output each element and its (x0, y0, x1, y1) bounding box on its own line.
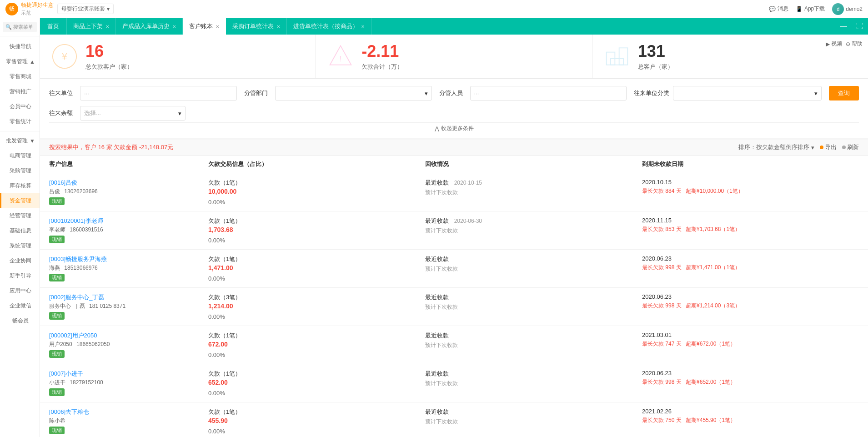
person-input[interactable]: ··· (470, 86, 627, 100)
debt-amount[interactable]: 652.00 (208, 379, 425, 386)
debt-amount[interactable]: 1,703.68 (208, 226, 425, 233)
sidebar-item-corp-wechat[interactable]: 企业微信 (0, 298, 40, 313)
sidebar-item-vip-member[interactable]: 畅会员 (0, 313, 40, 328)
sidebar-item-inventory[interactable]: 库存核算 (0, 178, 40, 193)
company-selector[interactable]: 母婴行业演示账套 ▾ (57, 4, 114, 14)
payment-info-cell: 最近收款 预计下次收款 (425, 255, 642, 273)
payment-info-cell: 最近收款 2020-10-15 预计下次收款 (425, 179, 642, 196)
tab-products-off[interactable]: 商品上下架 ✕ (67, 18, 116, 35)
sidebar-item-batch-mgmt[interactable]: 批发管理 ▼ (0, 133, 40, 148)
sidebar-label-finance: 资金管理 (10, 197, 31, 204)
sidebar-item-corp-collab[interactable]: 企业协同 (0, 253, 40, 268)
sidebar-search[interactable]: 🔍 搜索菜单 (0, 18, 40, 36)
debt-amount[interactable]: 455.90 (208, 417, 425, 424)
customer-name-link[interactable]: [0016]吕俊 (49, 179, 208, 187)
sidebar-item-purchase[interactable]: 采购管理 (0, 163, 40, 178)
tab-expand-button[interactable]: ⛶ (852, 18, 868, 35)
debt-percent: 0.00% (208, 390, 425, 397)
tab-produce-in[interactable]: 产成品入库单历史 ✕ (116, 18, 183, 35)
tab-purchase-summary[interactable]: 采购订单统计表 ✕ (226, 18, 287, 35)
overdue-link[interactable]: 超期¥455.90（1笔） (686, 417, 736, 423)
sidebar-item-retail-store[interactable]: 零售商城 (0, 69, 40, 84)
overdue-date: 2020.06.23 (642, 370, 859, 377)
tab-home[interactable]: 首页 (40, 18, 67, 35)
refresh-label: 刷新 (847, 143, 859, 151)
sidebar-item-quick-nav[interactable]: 快捷导航 (0, 39, 40, 54)
customer-name-link[interactable]: [0006]去下粮仓 (49, 408, 208, 416)
customer-name-link[interactable]: [0007]小进干 (49, 370, 208, 378)
overdue-link[interactable]: 超期¥1,471.00（1笔） (686, 264, 740, 271)
tab-customer-account-close[interactable]: ✕ (216, 24, 219, 29)
sidebar-item-basic-info[interactable]: 基础信息 (0, 223, 40, 238)
tab-stock-in-summary-label: 进货单统计表（按商品） (293, 22, 358, 30)
debt-amount[interactable]: 1,471.00 (208, 264, 425, 271)
overdue-link[interactable]: 超期¥1,214.00（3笔） (686, 302, 740, 309)
sidebar-section: 快捷导航 零售管理 ▲ 零售商城 营销推广 会员中心 零售统计 (0, 36, 40, 331)
export-button[interactable]: 导出 (820, 143, 837, 151)
stat-icon-debt-total: ! (327, 43, 354, 70)
filter-unit-class: 往来单位分类 ▾ (634, 86, 822, 100)
sidebar-item-new-guide[interactable]: 新手引导 (0, 268, 40, 283)
dept-select[interactable]: ▾ (275, 86, 432, 100)
help-button[interactable]: ⊙ 帮助 (846, 40, 863, 48)
from-unit-input[interactable]: ··· (80, 86, 237, 100)
sidebar-item-marketing[interactable]: 营销推广 (0, 84, 40, 99)
svg-text:!: ! (340, 55, 342, 63)
payment-info-cell: 最近收款 预计下次收款 (425, 370, 642, 387)
sidebar-item-ecommerce[interactable]: 电商管理 (0, 148, 40, 163)
tab-stock-in-summary-close[interactable]: ✕ (361, 24, 365, 29)
tab-collapse-button[interactable]: — (835, 18, 852, 35)
due-date-cell: 2020.11.15 最长欠款 853 天 超期¥1,703.68（1笔） (642, 217, 859, 233)
customer-name-link[interactable]: [0003]畅捷服务尹海燕 (49, 255, 208, 263)
logo-area: 畅 畅捷通好生意 示范 (5, 1, 54, 16)
refresh-button[interactable]: 刷新 (842, 143, 859, 151)
video-button[interactable]: ▶ 视频 (826, 40, 842, 48)
debt-amount[interactable]: 1,214.00 (208, 302, 425, 310)
tab-purchase-summary-close[interactable]: ✕ (276, 24, 280, 29)
results-actions: 排序：按欠款金额倒序排序 ▾ 导出 刷新 (738, 143, 859, 151)
debt-amount[interactable]: 672.00 (208, 341, 425, 348)
sort-label: 排序：按欠款金额倒序排序 (738, 143, 809, 151)
tab-products-off-close[interactable]: ✕ (105, 24, 109, 29)
sidebar-label-system: 系统管理 (10, 242, 31, 249)
overdue-link[interactable]: 超期¥672.00（1笔） (686, 341, 736, 347)
sidebar-item-retail-mgmt[interactable]: 零售管理 ▲ (0, 54, 40, 69)
tab-customer-account[interactable]: 客户账本 ✕ (183, 18, 226, 35)
customer-name-link[interactable]: [0002]服务中心_丁磊 (49, 293, 208, 301)
user-area[interactable]: d demo2 (832, 3, 863, 15)
tab-stock-in-summary[interactable]: 进货单统计表（按商品） ✕ (287, 18, 371, 35)
balance-label: 往来余额 (49, 109, 76, 117)
results-info: 搜索结果中，客户 16 家 欠款金额 -21,148.07元 (49, 143, 173, 151)
customer-name-link[interactable]: [000002]用户2050 (49, 332, 208, 340)
debt-amount[interactable]: 10,000.00 (208, 188, 425, 195)
download-button[interactable]: 📱 App下载 (796, 5, 825, 13)
sidebar-item-business[interactable]: 经营管理 (0, 208, 40, 223)
sidebar-item-app-center[interactable]: 应用中心 (0, 283, 40, 298)
collapse-button[interactable]: ⋀ 收起更多条件 (49, 122, 859, 134)
sidebar-item-system[interactable]: 系统管理 (0, 238, 40, 253)
col-customer-info: 客户信息 (49, 160, 208, 168)
company-arrow-icon: ▾ (107, 6, 110, 12)
search-box[interactable]: 🔍 搜索菜单 (3, 22, 37, 32)
payment-info: 最近收款 (425, 370, 642, 378)
overdue-link[interactable]: 超期¥10,000.00（1笔） (686, 188, 743, 194)
table-row: [0001020001]李老师 李老师 18600391516 现销 欠款（1笔… (40, 211, 868, 250)
sidebar-item-member[interactable]: 会员中心 (0, 99, 40, 114)
unit-class-select[interactable]: ▾ (673, 86, 822, 100)
message-button[interactable]: 💬 消息 (769, 5, 788, 13)
debt-info-cell: 欠款（1笔） 672.00 0.00% (208, 332, 425, 358)
tab-produce-in-close[interactable]: ✕ (172, 24, 176, 29)
sidebar-item-retail-stats[interactable]: 零售统计 (0, 114, 40, 129)
sort-selector[interactable]: 排序：按欠款金额倒序排序 ▾ (738, 143, 814, 151)
stat-text-customers: 131 总客户（家） (638, 42, 857, 71)
debt-count: 欠款（1笔） (208, 217, 425, 225)
table-row: [0002]服务中心_丁磊 服务中心_丁磊 181 0125 8371 现销 欠… (40, 288, 868, 326)
main-content: 🔍 搜索菜单 快捷导航 零售管理 ▲ 零售商城 营销推广 (0, 18, 868, 437)
overdue-link[interactable]: 超期¥652.00（1笔） (686, 379, 736, 385)
customer-name-link[interactable]: [0001020001]李老师 (49, 217, 208, 225)
sidebar-label-corp-wechat: 企业微信 (10, 302, 31, 309)
overdue-link[interactable]: 超期¥1,703.68（1笔） (686, 226, 740, 232)
balance-select[interactable]: 选择... ▾ (80, 106, 186, 121)
search-button[interactable]: 查询 (829, 86, 859, 100)
sidebar-item-finance[interactable]: 资金管理 (0, 193, 40, 208)
